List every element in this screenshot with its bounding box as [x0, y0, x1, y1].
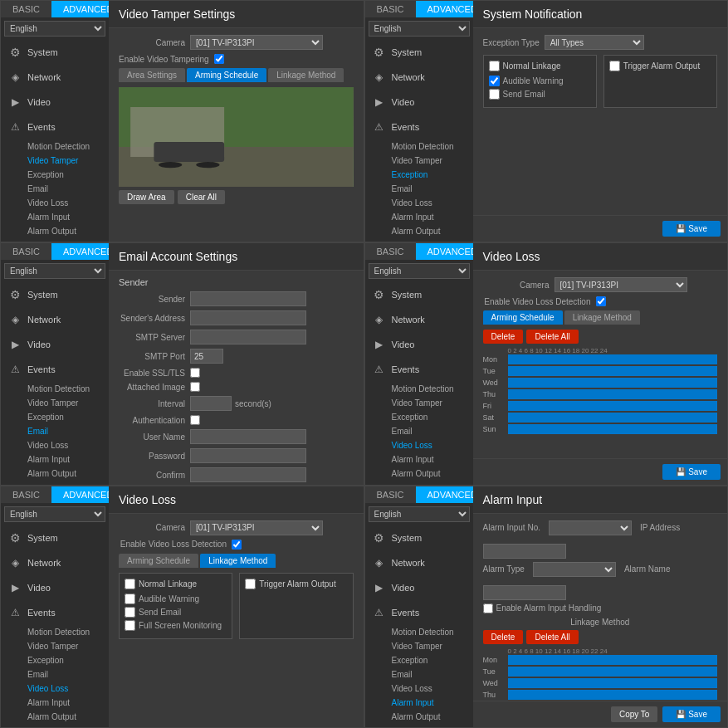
audible-warning-checkbox[interactable]: [489, 76, 500, 86]
sched-bar-tue-6[interactable]: [508, 667, 718, 677]
lang-select-2[interactable]: English: [369, 21, 470, 37]
alarm-name-input[interactable]: [483, 585, 566, 600]
language-dropdown-4[interactable]: English: [369, 263, 470, 279]
sub-email-3[interactable]: Email: [1, 424, 109, 438]
sidebar-item-system-1[interactable]: System: [1, 40, 109, 65]
save-button-2[interactable]: 💾 Save: [662, 221, 721, 237]
sched-bar-tue-4[interactable]: [508, 366, 718, 376]
sub-alarm-output-6[interactable]: Alarm Output: [365, 710, 473, 724]
sub-email-6[interactable]: Email: [365, 667, 473, 682]
sched-bar-wed-4[interactable]: [508, 378, 718, 388]
language-dropdown-2[interactable]: English: [369, 21, 470, 37]
trigger-alarm-checkbox-5[interactable]: [245, 579, 256, 589]
sub-motion-3[interactable]: Motion Detection: [1, 382, 109, 396]
sub-video-tamper-6[interactable]: Video Tamper: [365, 639, 473, 653]
sched-bar-thu-4[interactable]: [508, 389, 718, 399]
sub-video-loss-1[interactable]: Video Loss: [1, 196, 109, 210]
sub-video-loss-2[interactable]: Video Loss: [365, 196, 473, 210]
draw-area-button[interactable]: Draw Area: [119, 190, 174, 204]
enable-tamper-checkbox[interactable]: [214, 54, 224, 64]
sched-bar-fri-4[interactable]: [508, 401, 718, 411]
lang-select-3[interactable]: English: [4, 263, 105, 279]
interval-input[interactable]: [190, 396, 232, 411]
sidebar-item-system-6[interactable]: System: [365, 525, 473, 550]
sidebar-item-system-5[interactable]: System: [1, 525, 109, 550]
delete-button-6[interactable]: Delete: [483, 630, 524, 644]
confirm-input[interactable]: [190, 467, 306, 482]
send-email-checkbox[interactable]: [489, 89, 500, 100]
camera-select-5[interactable]: [01] TV-IP313PI: [190, 520, 323, 535]
sidebar-item-events-6[interactable]: Events: [365, 600, 473, 625]
sub-motion-4[interactable]: Motion Detection: [365, 382, 473, 396]
sub-alarm-output-2[interactable]: Alarm Output: [365, 224, 473, 238]
trigger-alarm-checkbox[interactable]: [609, 61, 620, 71]
sub-email-5[interactable]: Email: [1, 667, 109, 682]
sub-exception-4[interactable]: Exception: [365, 410, 473, 424]
save-button-6[interactable]: 💾 Save: [662, 706, 721, 722]
tab-basic-3[interactable]: BASIC: [1, 243, 51, 260]
ip-address-input[interactable]: [483, 544, 566, 559]
sidebar-item-network-5[interactable]: Network: [1, 550, 109, 575]
sched-bar-sun-4[interactable]: [508, 424, 718, 434]
sidebar-item-video-1[interactable]: Video: [1, 90, 109, 115]
attached-image-checkbox[interactable]: [190, 382, 200, 392]
copy-to-button-6[interactable]: Copy To: [611, 706, 658, 722]
sub-alarm-input-5[interactable]: Alarm Input: [1, 696, 109, 710]
sub-alarm-output-1[interactable]: Alarm Output: [1, 224, 109, 238]
tab-basic-4[interactable]: BASIC: [365, 243, 416, 260]
sub-alarm-output-5[interactable]: Alarm Output: [1, 710, 109, 724]
sidebar-item-network-6[interactable]: Network: [365, 550, 473, 575]
tab-basic-6[interactable]: BASIC: [365, 486, 416, 503]
sub-tab-arming-4[interactable]: Arming Schedule: [483, 310, 563, 325]
sidebar-item-network-4[interactable]: Network: [365, 307, 473, 332]
language-dropdown-1[interactable]: English: [4, 21, 105, 37]
sidebar-item-events-3[interactable]: Events: [1, 357, 109, 382]
enable-video-loss-checkbox-5[interactable]: [232, 540, 242, 550]
full-screen-checkbox-5[interactable]: [125, 620, 135, 631]
auth-checkbox[interactable]: [190, 415, 200, 425]
sidebar-item-system-4[interactable]: System: [365, 282, 473, 307]
sidebar-item-video-6[interactable]: Video: [365, 575, 473, 600]
delete-button-4[interactable]: Delete: [483, 330, 524, 344]
sidebar-item-system-2[interactable]: System: [365, 40, 473, 65]
send-email-checkbox-5[interactable]: [125, 607, 135, 618]
sub-alarm-input-3[interactable]: Alarm Input: [1, 452, 109, 467]
delete-all-button-6[interactable]: Delete All: [526, 630, 578, 644]
sidebar-item-events-1[interactable]: Events: [1, 115, 109, 139]
camera-select-4[interactable]: [01] TV-IP313PI: [555, 277, 687, 292]
sub-video-tamper-2[interactable]: Video Tamper: [365, 154, 473, 168]
sub-alarm-input-6[interactable]: Alarm Input: [365, 696, 473, 710]
username-input[interactable]: [190, 429, 306, 444]
sub-exception-1[interactable]: Exception: [1, 168, 109, 182]
lang-select-5[interactable]: English: [4, 506, 105, 522]
sub-video-loss-4[interactable]: Video Loss: [365, 438, 473, 452]
sub-alarm-input-4[interactable]: Alarm Input: [365, 452, 473, 467]
sub-email-1[interactable]: Email: [1, 182, 109, 196]
alarm-type-select[interactable]: [533, 562, 616, 577]
sub-alarm-input-2[interactable]: Alarm Input: [365, 210, 473, 224]
enable-video-loss-checkbox-4[interactable]: [596, 296, 606, 306]
sub-tab-linkage[interactable]: Linkage Method: [268, 68, 344, 82]
sub-video-loss-3[interactable]: Video Loss: [1, 438, 109, 452]
sidebar-item-video-4[interactable]: Video: [365, 332, 473, 357]
sidebar-item-system-3[interactable]: System: [1, 282, 109, 307]
sub-motion-6[interactable]: Motion Detection: [365, 625, 473, 639]
camera-select-1[interactable]: [01] TV-IP313PI: [190, 35, 323, 50]
sched-bar-thu-6[interactable]: [508, 690, 718, 700]
normal-linkage-checkbox[interactable]: [489, 61, 500, 71]
sub-email-4[interactable]: Email: [365, 424, 473, 438]
sub-exception-5[interactable]: Exception: [1, 653, 109, 667]
sched-bar-sat-4[interactable]: [508, 413, 718, 423]
sidebar-item-network-1[interactable]: Network: [1, 65, 109, 90]
sub-video-tamper-3[interactable]: Video Tamper: [1, 396, 109, 410]
password-input[interactable]: [190, 448, 306, 463]
sub-video-tamper-1[interactable]: Video Tamper: [1, 154, 109, 168]
sidebar-item-video-5[interactable]: Video: [1, 575, 109, 600]
language-dropdown-6[interactable]: English: [369, 506, 470, 522]
sched-bar-mon-4[interactable]: [508, 354, 718, 364]
sidebar-item-events-2[interactable]: Events: [365, 115, 473, 139]
tab-basic-1[interactable]: BASIC: [1, 1, 51, 17]
tab-basic-2[interactable]: BASIC: [365, 1, 416, 17]
sub-video-tamper-4[interactable]: Video Tamper: [365, 396, 473, 410]
sub-tab-linkage-4[interactable]: Linkage Method: [564, 310, 640, 325]
